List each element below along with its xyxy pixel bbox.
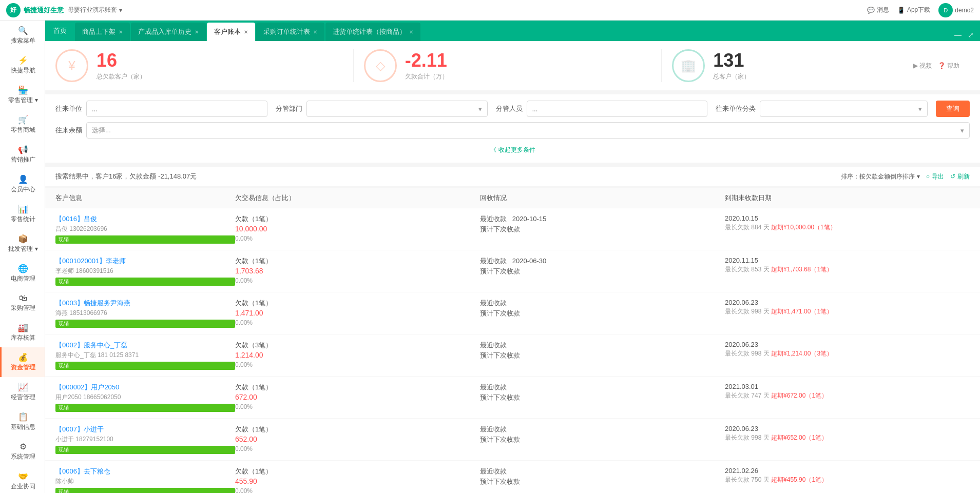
operation-icon: 📈	[18, 382, 28, 392]
sidebar-item-warehouse[interactable]: 🏭 库存核算	[0, 318, 45, 347]
sort-select[interactable]: 排序：按欠款金额倒序排序 ▾	[841, 172, 920, 181]
debt-info-1: 欠款（1笔） 10,000.00 0.00%	[235, 214, 480, 242]
result-info-text: 搜索结果中，客户16家，欠款金额 -21,148.07元	[55, 172, 197, 180]
query-button[interactable]: 查询	[936, 101, 970, 117]
close-icon[interactable]: ✕	[313, 29, 317, 35]
chevron-down-icon: ▾	[960, 127, 964, 134]
client-name-link-6[interactable]: 【0007】小进干	[55, 425, 235, 434]
phone-icon: 📱	[897, 7, 905, 14]
balance-select[interactable]: 选择... ▾	[86, 122, 970, 139]
sidebar-item-search[interactable]: 🔍 搜索菜单	[0, 21, 45, 50]
help-link[interactable]: ❓ 帮助	[938, 62, 959, 70]
refresh-icon: ↺	[950, 173, 955, 180]
table-row: 【0003】畅捷服务尹海燕 海燕 18513066976 现销 欠款（1笔） 1…	[45, 292, 980, 334]
play-icon: ▶	[913, 62, 918, 69]
industry-selector[interactable]: 母婴行业演示账套 ▾	[68, 6, 122, 14]
top-bar-left: 好 畅捷通好生意 母婴行业演示账套 ▾	[6, 3, 122, 17]
return-info-3: 最近收款 预计下次收款	[480, 299, 725, 318]
overdue-link-5[interactable]: 超期¥672.00（1笔）	[771, 392, 828, 399]
data-table: 客户信息 欠交易信息（占比） 回收情况 到期未收款日期 【0016】吕俊 吕俊 …	[45, 188, 980, 493]
client-name-link-5[interactable]: 【000002】用户2050	[55, 383, 235, 392]
col-header-client: 客户信息	[55, 193, 235, 203]
main-content: ¥ 16 总欠款客户（家） ◇ -2.11 欠款合计（万）	[45, 41, 980, 493]
client-name-link-7[interactable]: 【0006】去下粮仓	[55, 467, 235, 476]
close-icon[interactable]: ✕	[119, 29, 123, 35]
sidebar-item-retail-mgmt[interactable]: 🏪 零售管理 ▾	[0, 80, 45, 110]
sidebar-item-basic-info[interactable]: 📋 基础信息	[0, 407, 45, 437]
filter-item-unit: 往来单位 ...	[55, 101, 267, 117]
client-name-link-4[interactable]: 【0002】服务中心_丁磊	[55, 341, 235, 350]
debt-amount-6: 652.00	[235, 435, 480, 443]
sidebar-item-batch-mgmt[interactable]: 📦 批发管理 ▾	[0, 229, 45, 259]
debt-type-5: 欠款（1笔）	[235, 383, 480, 392]
debt-amount-3: 1,471.00	[235, 309, 480, 317]
debt-total-icon: ◇	[364, 49, 397, 82]
tab-bar: 首页 商品上下架 ✕ 产成品入库单历史 ✕ 客户账本 ✕ 采购订单统计表 ✕	[45, 21, 980, 41]
result-actions: 排序：按欠款金额倒序排序 ▾ ○ 导出 ↺ 刷新	[841, 172, 970, 181]
tab-stock-stats[interactable]: 进货单统计表（按商品） ✕	[325, 23, 420, 41]
card-body-total-customers: 131 总客户（家）	[713, 50, 750, 82]
cart-icon: 🛒	[18, 115, 28, 125]
category-select[interactable]: ▾	[760, 101, 928, 117]
overdue-link-4[interactable]: 超期¥1,214.00（3笔）	[771, 350, 833, 357]
debt-percent-7: 0.00%	[235, 487, 480, 493]
debt-amount-5: 672.00	[235, 393, 480, 401]
debt-customers-icon: ¥	[55, 49, 88, 82]
sidebar-item-member[interactable]: 👤 会员中心	[0, 169, 45, 199]
ecommerce-icon: 🌐	[18, 264, 28, 273]
tab-customer-account[interactable]: 客户账本 ✕	[207, 23, 255, 41]
total-customers-label: 总客户（家）	[713, 72, 750, 81]
close-icon[interactable]: ✕	[409, 29, 413, 35]
dept-select[interactable]: ▾	[306, 101, 488, 117]
tab-collapse-button[interactable]: —	[952, 29, 964, 41]
sidebar-item-purchase[interactable]: 🛍 采购管理	[0, 288, 45, 318]
user-menu[interactable]: D demo2	[938, 3, 974, 17]
refresh-button[interactable]: ↺ 刷新	[950, 172, 970, 181]
sidebar-item-quick-nav[interactable]: ⚡ 快捷导航	[0, 50, 45, 80]
message-button[interactable]: 💬 消息	[867, 6, 889, 14]
unit-input[interactable]: ...	[86, 101, 267, 117]
sidebar-item-finance[interactable]: 💰 资金管理	[0, 347, 45, 377]
person-input[interactable]: ...	[527, 101, 708, 117]
close-icon[interactable]: ✕	[195, 29, 199, 35]
sidebar-item-retail-mall[interactable]: 🛒 零售商城	[0, 110, 45, 140]
lightning-icon: ⚡	[18, 55, 28, 65]
overdue-link-3[interactable]: 超期¥1,471.00（1笔）	[771, 308, 833, 315]
tab-fullscreen-button[interactable]: ⤢	[966, 29, 976, 41]
tab-production-history[interactable]: 产成品入库单历史 ✕	[131, 23, 206, 41]
video-link[interactable]: ▶ 视频	[913, 62, 932, 70]
app-download-button[interactable]: 📱 App下载	[897, 6, 930, 14]
sidebar-item-marketing[interactable]: 📢 营销推广	[0, 140, 45, 169]
sidebar-item-operation[interactable]: 📈 经营管理	[0, 377, 45, 407]
sidebar-item-system[interactable]: ⚙ 系统管理	[0, 437, 45, 466]
enterprise-icon: 🤝	[18, 471, 28, 481]
industry-label: 母婴行业演示账套	[68, 6, 117, 14]
sidebar-item-retail-stats[interactable]: 📊 零售统计	[0, 199, 45, 229]
client-name-link-2[interactable]: 【0001020001】李老师	[55, 257, 235, 266]
tab-purchase-order[interactable]: 采购订单统计表 ✕	[256, 23, 324, 41]
debt-customers-value: 16	[97, 50, 146, 71]
export-button[interactable]: ○ 导出	[926, 172, 944, 181]
overdue-info-6: 2020.06.23 最长欠款 998 天 超期¥652.00（1笔）	[725, 425, 970, 442]
return-info-5: 最近收款 预计下次收款	[480, 383, 725, 402]
logo-text: 畅捷通好生意	[24, 6, 64, 15]
collapse-row[interactable]: 《 收起更多条件	[55, 144, 970, 156]
filter-item-dept: 分管部门 ▾	[276, 101, 488, 117]
client-name-link-1[interactable]: 【0016】吕俊	[55, 214, 235, 224]
debt-type-3: 欠款（1笔）	[235, 299, 480, 308]
sidebar-item-ecommerce[interactable]: 🌐 电商管理	[0, 259, 45, 288]
client-tag-5: 现销	[55, 404, 235, 412]
overdue-link-1[interactable]: 超期¥10,000.00（1笔）	[771, 224, 836, 231]
basic-info-icon: 📋	[18, 412, 28, 422]
unit-input-dots: ...	[92, 105, 98, 113]
close-icon[interactable]: ✕	[244, 29, 248, 35]
overdue-link-2[interactable]: 超期¥1,703.68（1笔）	[771, 266, 833, 273]
overdue-link-7[interactable]: 超期¥455.90（1笔）	[771, 476, 828, 483]
overdue-link-6[interactable]: 超期¥652.00（1笔）	[771, 434, 828, 441]
client-name-link-3[interactable]: 【0003】畅捷服务尹海燕	[55, 299, 235, 308]
tab-home[interactable]: 首页	[45, 21, 75, 41]
return-info-1: 最近收款 2020-10-15 预计下次收款	[480, 214, 725, 234]
client-info-5: 【000002】用户2050 用户2050 18665062050 现销	[55, 383, 235, 412]
tab-products-off[interactable]: 商品上下架 ✕	[75, 23, 130, 41]
sidebar-item-enterprise[interactable]: 🤝 企业协同	[0, 466, 45, 493]
